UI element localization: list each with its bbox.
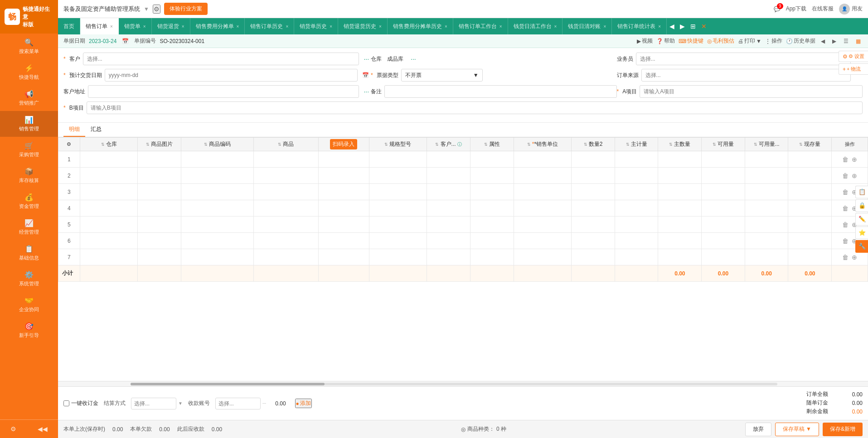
row-avail[interactable]	[702, 249, 745, 265]
tab-sales-invoice-history[interactable]: 销货单历史 ×	[294, 18, 338, 34]
row-avail2[interactable]	[745, 168, 788, 184]
delivery-calendar-btn[interactable]: 📅	[360, 72, 371, 78]
tab-sales-expense[interactable]: 销售费用分摊单 ×	[190, 18, 245, 34]
tab-workbench[interactable]: 销售订单工作台 ×	[453, 18, 508, 34]
tab-stats[interactable]: 销售订单统计表 ×	[612, 18, 667, 34]
row-avail2[interactable]	[745, 184, 788, 200]
sidebar-collapse-btn[interactable]: ◀◀	[36, 424, 49, 434]
right-panel-btn-4[interactable]: ⭐	[855, 226, 868, 239]
delivery-input[interactable]	[105, 69, 358, 82]
sidebar-item-search[interactable]: 🔍 搜索菜单	[0, 34, 58, 59]
row-image[interactable]	[138, 217, 181, 233]
row-code[interactable]	[181, 217, 253, 233]
settle-method-input[interactable]	[131, 398, 176, 409]
row-customer[interactable]	[427, 151, 470, 168]
prev-record-btn[interactable]: ◀	[819, 38, 827, 44]
row-scan[interactable]	[319, 184, 369, 200]
row-main-unit[interactable]	[615, 233, 658, 249]
row-unit[interactable]	[514, 200, 572, 217]
tab-sales-return[interactable]: 销货退货 ×	[152, 18, 190, 34]
row-code[interactable]	[181, 151, 253, 168]
row-image[interactable]	[138, 184, 181, 200]
row-avail2[interactable]	[745, 217, 788, 233]
warehouse-more-btn[interactable]: ···	[409, 55, 418, 63]
row-stock[interactable]	[788, 200, 832, 217]
setup-btn[interactable]: ⚙ ⚙ 设置	[839, 51, 868, 62]
tab-summary[interactable]: 汇总	[85, 123, 107, 137]
row-avail2[interactable]	[745, 249, 788, 265]
row-delete-btn[interactable]: 🗑	[841, 188, 849, 196]
add-logistics-btn[interactable]: + + 物流	[839, 63, 868, 75]
row-scan[interactable]	[319, 217, 369, 233]
row-main-unit[interactable]	[615, 200, 658, 217]
row-unit[interactable]	[514, 184, 572, 200]
row-qty2[interactable]	[572, 217, 615, 233]
row-product[interactable]	[253, 184, 319, 200]
note-input[interactable]	[384, 85, 616, 98]
row-copy-btn[interactable]: ⊕	[851, 156, 858, 163]
row-product[interactable]	[253, 249, 319, 265]
row-delete-btn[interactable]: 🗑	[841, 237, 849, 245]
row-image[interactable]	[138, 168, 181, 184]
row-product[interactable]	[253, 168, 319, 184]
row-qty2[interactable]	[572, 151, 615, 168]
horizontal-scrollbar[interactable]	[58, 381, 868, 386]
row-main-qty[interactable]	[658, 217, 702, 233]
tab-home[interactable]: 首页	[58, 18, 80, 34]
row-avail[interactable]	[702, 217, 745, 233]
tab-daily-clear[interactable]: 钱货日清工作台 ×	[508, 18, 563, 34]
customer-input[interactable]	[83, 53, 359, 65]
sidebar-item-operations[interactable]: 📈 经营管理	[0, 214, 58, 240]
row-spec[interactable]	[369, 217, 427, 233]
tab-sales-expense-close[interactable]: ×	[237, 24, 239, 29]
row-main-qty[interactable]	[658, 151, 702, 168]
tab-return-history[interactable]: 销货退货历史 ×	[338, 18, 388, 34]
tab-expense-history-close[interactable]: ×	[445, 24, 447, 29]
tab-close-all-btn[interactable]: ✕	[698, 23, 709, 30]
row-stock[interactable]	[788, 151, 832, 168]
row-code[interactable]	[181, 249, 253, 265]
row-main-unit[interactable]	[615, 151, 658, 168]
row-avail[interactable]	[702, 168, 745, 184]
row-spec[interactable]	[369, 168, 427, 184]
row-image[interactable]	[138, 249, 181, 265]
tab-sales-invoice[interactable]: 销货单 ×	[119, 18, 152, 34]
row-warehouse[interactable]	[80, 249, 138, 265]
tab-expand-btn[interactable]: ⊞	[688, 23, 698, 30]
help-btn[interactable]: ❓ 帮助	[656, 37, 675, 45]
save-new-btn[interactable]: 保存&新增	[823, 423, 863, 436]
add-settle-btn[interactable]: ● 添加	[295, 399, 312, 408]
row-customer[interactable]	[427, 249, 470, 265]
row-qty2[interactable]	[572, 233, 615, 249]
app-download-link[interactable]: App下载	[786, 5, 806, 13]
row-unit[interactable]	[514, 151, 572, 168]
row-warehouse[interactable]	[80, 184, 138, 200]
sidebar-item-quick[interactable]: ⚡ 快捷导航	[0, 59, 58, 85]
row-attr[interactable]	[470, 184, 514, 200]
right-panel-btn-1[interactable]: 📋	[855, 186, 868, 198]
row-delete-btn[interactable]: 🗑	[841, 254, 849, 261]
sidebar-item-purchase[interactable]: 🛒 采购管理	[0, 137, 58, 163]
tab-sales-order-close[interactable]: ×	[110, 24, 113, 29]
row-attr[interactable]	[470, 217, 514, 233]
discard-btn[interactable]: 放弃	[745, 423, 771, 436]
staff-input[interactable]	[636, 53, 851, 65]
row-unit[interactable]	[514, 168, 572, 184]
sidebar-item-system[interactable]: ⚙️ 系统管理	[0, 266, 58, 292]
sidebar-item-inventory[interactable]: 📦 库存核算	[0, 163, 58, 188]
history-btn[interactable]: 🕐 历史单据	[786, 37, 815, 45]
tab-sales-order-history[interactable]: 销售订单历史 ×	[245, 18, 294, 34]
row-stock[interactable]	[788, 233, 832, 249]
row-attr[interactable]	[470, 249, 514, 265]
print-btn[interactable]: 🖨 打印 ▼	[738, 37, 761, 45]
row-attr[interactable]	[470, 233, 514, 249]
row-image[interactable]	[138, 200, 181, 217]
row-avail[interactable]	[702, 200, 745, 217]
row-warehouse[interactable]	[80, 168, 138, 184]
tab-sales-return-close[interactable]: ×	[182, 24, 184, 29]
row-scan[interactable]	[319, 200, 369, 217]
row-attr[interactable]	[470, 151, 514, 168]
row-image[interactable]	[138, 233, 181, 249]
row-unit[interactable]	[514, 233, 572, 249]
row-spec[interactable]	[369, 184, 427, 200]
